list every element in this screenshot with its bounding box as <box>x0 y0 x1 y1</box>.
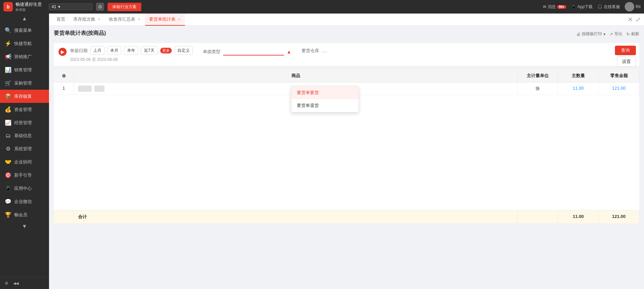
chat-icon: 💬 <box>5 198 11 205</box>
th-amount: 零售金额 <box>599 69 639 82</box>
export-icon: ↗ <box>610 32 613 37</box>
store-selector[interactable]: 41 ▾ <box>49 3 93 10</box>
content-area: 首页 库存批次账 × 收发存汇总表 × 要货单统计表 × ✕ ⤢ 要货单统计表(… <box>49 14 644 289</box>
tab-bar: 首页 库存批次账 × 收发存汇总表 × 要货单统计表 × ✕ ⤢ <box>49 14 644 26</box>
handshake-icon: 🤝 <box>5 159 11 165</box>
sidebar-item-appstore[interactable]: 📱 应用中心 <box>0 182 49 195</box>
tf-quantity: 11.00 <box>558 210 599 223</box>
phone-icon: 📱 <box>571 4 576 9</box>
last-month-button[interactable]: 上月 <box>90 46 104 55</box>
tab-requisition-close[interactable]: × <box>177 17 181 21</box>
sidebar-item-inventory[interactable]: 📦 库存核算 <box>0 90 49 103</box>
sidebar-item-shortcut[interactable]: ⚡ 快捷导航 <box>0 37 49 50</box>
sidebar-item-operations[interactable]: 📈 经营管理 <box>0 116 49 129</box>
sidebar-scroll-down[interactable]: ▼ <box>0 221 49 231</box>
app-download-button[interactable]: 📱 App下载 <box>571 4 593 10</box>
tab-receivable[interactable]: 收发存汇总表 × <box>105 14 145 26</box>
folder-icon: 🗂 <box>5 133 11 139</box>
tab-receivable-label: 收发存汇总表 <box>109 16 135 22</box>
tab-requisition[interactable]: 要货单统计表 × <box>145 14 185 26</box>
td-amount[interactable]: 121.00 <box>599 83 639 95</box>
system-icon: ⚙ <box>5 146 11 152</box>
headset-icon: 🎧 <box>597 4 602 9</box>
export-label: 导出 <box>614 31 622 37</box>
refresh-button[interactable]: ↻ 刷新 <box>626 31 639 37</box>
date-label: 单据日期 <box>70 48 88 54</box>
tf-unit-empty <box>518 210 558 223</box>
type-dropdown-arrow[interactable]: ▲ <box>287 49 291 54</box>
message-icon: ✉ <box>543 4 546 9</box>
print-dropdown-icon: ▾ <box>603 32 605 37</box>
sidebar-item-system[interactable]: ⚙ 系统管理 <box>0 142 49 155</box>
tab-close-all-button[interactable]: ✕ <box>628 16 633 23</box>
this-month-button[interactable]: 本月 <box>107 46 121 55</box>
tab-home[interactable]: 首页 <box>52 14 69 26</box>
print-button[interactable]: 🖨 按模板打印 ▾ <box>576 31 605 37</box>
topbar-right: ✉ 消息 99+ 📱 App下载 🎧 在线客服 Rit <box>543 2 641 12</box>
date-range-text: 2023-05-06 至 2023-06-06 <box>70 57 193 63</box>
sidebar-scroll-up[interactable]: ▲ <box>0 14 49 24</box>
action-bar: 🖨 按模板打印 ▾ ↗ 导出 ↻ 刷新 <box>576 31 639 37</box>
sidebar-item-search[interactable]: 🔍 搜索菜单 <box>0 24 49 37</box>
sidebar-item-sales[interactable]: 📊 销售管理 <box>0 63 49 76</box>
tf-label: 合计 <box>74 210 518 223</box>
th-index[interactable]: ⚙ <box>54 69 74 82</box>
type-input[interactable] <box>223 48 284 55</box>
sidebar-item-label: 企业微信 <box>14 199 32 205</box>
tab-requisition-label: 要货单统计表 <box>149 16 175 22</box>
tab-expand-button[interactable]: ⤢ <box>636 16 641 23</box>
dropdown-item-return[interactable]: 要货单退货 <box>291 99 358 112</box>
type-label: 单据类型 <box>203 49 220 55</box>
filter-area: ▶ 单据日期 上月 本月 本年 近7天 更多 自定义 2023-05-06 至 … <box>54 43 639 66</box>
sidebar-settings-icon[interactable]: ⚙ <box>5 281 8 286</box>
avatar <box>625 2 634 12</box>
more-dates-badge[interactable]: 更多 <box>160 48 172 53</box>
sidebar-item-label: 新手引导 <box>14 172 32 178</box>
messages-button[interactable]: ✉ 消息 99+ <box>543 4 566 10</box>
date-filter-group: 单据日期 上月 本月 本年 近7天 更多 自定义 <box>70 46 193 55</box>
sidebar-bottom: ⚙ ◀◀ <box>0 277 49 289</box>
sidebar-item-label: 基础信息 <box>14 133 32 139</box>
sidebar-item-newbie[interactable]: 🎯 新手引导 <box>0 169 49 182</box>
warehouse-more-button[interactable]: … <box>322 48 327 54</box>
page-title: 要货单统计表(按商品) <box>54 30 106 37</box>
tab-inventory-close[interactable]: × <box>97 17 101 21</box>
sidebar-collapse-button[interactable]: ◀◀ <box>13 281 19 286</box>
sidebar-item-member[interactable]: 🏆 畅会员 <box>0 208 49 221</box>
last7-button[interactable]: 近7天 <box>141 46 158 55</box>
export-button[interactable]: ↗ 导出 <box>610 31 622 37</box>
money-icon: 💰 <box>5 106 11 113</box>
user-avatar[interactable]: Rit <box>625 2 641 12</box>
sidebar-item-label: 营销推广 <box>14 54 32 60</box>
sidebar-item-purchase[interactable]: 🛒 采购管理 <box>0 76 49 90</box>
lightning-icon: ⚡ <box>5 40 11 47</box>
sidebar-item-finance[interactable]: 💰 资金管理 <box>0 103 49 116</box>
this-year-button[interactable]: 本年 <box>124 46 138 55</box>
refresh-icon: ↻ <box>626 32 630 37</box>
cart-icon: 🛒 <box>5 80 11 86</box>
sidebar-item-marketing[interactable]: 📢 营销推广 <box>0 50 49 63</box>
sidebar-item-wechat[interactable]: 💬 企业微信 <box>0 195 49 208</box>
search-button[interactable]: 查询 <box>615 46 636 55</box>
table-footer: 合计 11.00 121.00 <box>54 210 639 223</box>
online-service-button[interactable]: 🎧 在线客服 <box>597 4 620 10</box>
tab-inventory[interactable]: 库存批次账 × <box>69 14 105 26</box>
th-product: 商品 <box>74 69 518 82</box>
td-quantity[interactable]: 11.00 <box>558 83 599 95</box>
chevron-down-icon: ▾ <box>58 4 60 9</box>
tf-empty <box>54 210 74 223</box>
mobile-icon: 📱 <box>5 185 11 192</box>
tab-receivable-close[interactable]: × <box>137 17 141 21</box>
trial-button[interactable]: 体验行业方案 <box>108 3 141 11</box>
app-download-label: App下载 <box>577 4 593 10</box>
box-icon: 📦 <box>5 93 11 99</box>
sidebar-item-enterprise[interactable]: 🤝 企业协同 <box>0 155 49 169</box>
filter-expand-button[interactable]: ▶ <box>58 48 67 56</box>
dropdown-item-order[interactable]: 要货单要货 <box>291 86 358 99</box>
topbar-gear-button[interactable]: ⚙ <box>96 3 104 11</box>
custom-date-button[interactable]: 自定义 <box>174 46 193 55</box>
settings-button[interactable]: 设置 <box>617 57 636 67</box>
sidebar-item-basic[interactable]: 🗂 基础信息 <box>0 129 49 142</box>
refresh-label: 刷新 <box>631 31 639 37</box>
page-content: 要货单统计表(按商品) 🖨 按模板打印 ▾ ↗ 导出 ↻ 刷新 <box>49 26 644 289</box>
